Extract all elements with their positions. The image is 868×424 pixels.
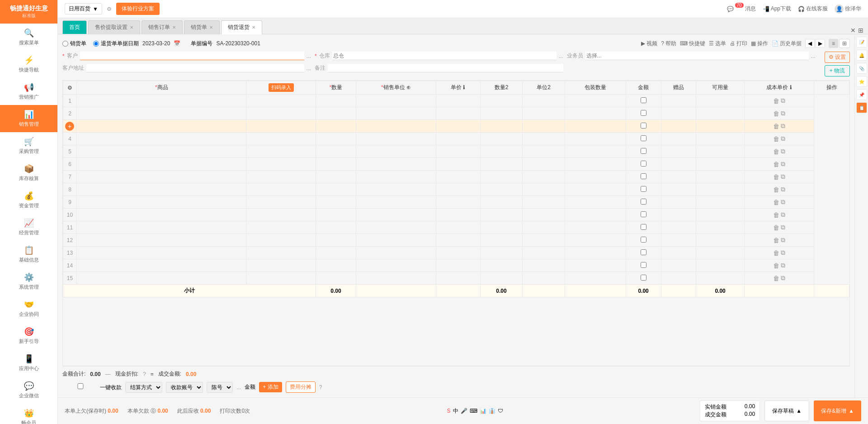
quantity-cell[interactable] [246,158,316,171]
available-cell[interactable] [661,247,696,259]
pkg-qty-cell[interactable] [523,95,565,107]
gift-cell[interactable] [626,196,661,209]
delete-row-btn[interactable]: 🗑 [773,122,779,130]
amount-cell[interactable] [565,158,626,171]
cost-price-cell[interactable] [696,196,744,209]
product-cell[interactable] [77,145,246,158]
customer-dots[interactable]: ... [307,53,311,59]
quantity-cell[interactable] [246,196,316,209]
available-cell[interactable] [661,209,696,221]
qty2-cell[interactable] [436,120,481,133]
gift-checkbox[interactable] [641,173,646,179]
product-cell[interactable] [77,133,246,145]
qty2-cell[interactable] [436,234,481,247]
logistics-btn[interactable]: + 物流 [825,65,850,76]
unit-cell[interactable] [316,259,356,272]
close-window-icon[interactable]: ✕ [850,27,856,34]
cost-price-cell[interactable] [696,158,744,171]
tab-home[interactable]: 首页 [62,20,87,34]
qty2-cell[interactable] [436,209,481,221]
cost-price-cell[interactable] [696,133,744,145]
pkg-qty-cell[interactable] [523,221,565,234]
cost-price-cell[interactable] [696,209,744,221]
pkg-qty-cell[interactable] [523,247,565,259]
save-new-btn[interactable]: 保存&新增 ▲ [814,400,861,421]
gift-checkbox[interactable] [641,199,646,205]
close-tab-icon[interactable]: ✕ [209,25,213,30]
gift-checkbox[interactable] [641,262,646,268]
copy-row-btn[interactable]: ⧉ [781,224,785,231]
grid-view-btn[interactable]: ⊞ [839,39,850,48]
sidebar-item-appstore[interactable]: 📱 应用中心 [0,349,57,376]
amount-cell[interactable] [565,145,626,158]
gift-checkbox[interactable] [641,237,646,243]
unit2-cell[interactable] [480,145,523,158]
copy-row-btn[interactable]: ⧉ [781,211,785,219]
qty2-cell[interactable] [436,95,481,107]
add-row-btn[interactable]: + [65,122,74,131]
sidebar-item-finance[interactable]: 💰 资金管理 [0,186,57,214]
delete-row-btn[interactable]: 🗑 [773,236,779,244]
unit-price-cell[interactable] [356,171,436,183]
qty2-cell[interactable] [436,247,481,259]
close-tab-icon[interactable]: ✕ [172,25,176,30]
pkg-qty-cell[interactable] [523,145,565,158]
copy-row-btn[interactable]: ⧉ [781,262,785,269]
pkg-qty-cell[interactable] [523,171,565,183]
unit-price-cell[interactable] [356,145,436,158]
warehouse-dots[interactable]: ... [559,53,563,59]
cost-price-cell[interactable] [696,272,744,285]
product-cell[interactable] [77,158,246,171]
product-cell[interactable] [77,120,246,133]
unit2-cell[interactable] [480,95,523,107]
gift-cell[interactable] [626,107,661,120]
unit-cell[interactable] [316,107,356,120]
sidebar-item-system[interactable]: ⚙️ 系统管理 [0,268,57,295]
settings-action-btn[interactable]: ⚙ 设置 [825,52,850,63]
unit-price-cell[interactable] [356,221,436,234]
unit-price-cell[interactable] [356,158,436,171]
unit-cell[interactable] [316,171,356,183]
available-cell[interactable] [661,107,696,120]
copy-row-btn[interactable]: ⧉ [781,236,785,244]
account-no-select[interactable]: 陈号 [207,382,233,393]
sidebar-item-newbie[interactable]: 🎯 新手引导 [0,322,57,349]
rp-item-active[interactable]: 📋 [856,102,867,113]
user-info[interactable]: 👤 徐泽华 [835,5,861,14]
delete-row-btn[interactable]: 🗑 [773,186,779,193]
sidebar-item-search[interactable]: 🔍 搜索菜单 [0,24,57,51]
gift-cell[interactable] [626,209,661,221]
select-btn[interactable]: ☰ 选单 [709,40,726,48]
delete-row-btn[interactable]: 🗑 [773,224,779,231]
copy-row-btn[interactable]: ⧉ [781,110,785,117]
unit-cell[interactable] [316,120,356,133]
pkg-qty-cell[interactable] [523,234,565,247]
sidebar-item-marketing[interactable]: 📢 营销推广 [0,78,57,105]
rp-item-3[interactable]: 📎 [856,63,867,74]
gift-cell[interactable] [626,259,661,272]
add-payment-btn[interactable]: + 添加 [259,382,282,392]
address-input[interactable] [86,64,304,72]
qty2-cell[interactable] [436,196,481,209]
tab-returns[interactable]: 销货退货 ✕ [221,20,262,34]
sidebar-item-sales[interactable]: 📊 销售管理 [0,105,57,132]
sidebar-item-shortcut[interactable]: ⚡ 快捷导航 [0,51,57,78]
product-cell[interactable] [77,209,246,221]
gift-checkbox[interactable] [641,224,646,230]
amount-cell[interactable] [565,95,626,107]
category-select[interactable]: 日用百货 ▼ [65,3,102,14]
copy-row-btn[interactable]: ⧉ [781,249,785,257]
unit-price-cell[interactable] [356,272,436,285]
qty2-cell[interactable] [436,107,481,120]
amount-cell[interactable] [565,120,626,133]
unit-price-cell[interactable] [356,95,436,107]
rp-item-4[interactable]: ⭐ [856,76,867,87]
tab-sales-order[interactable]: 销售订单 ✕ [142,20,183,34]
available-cell[interactable] [661,221,696,234]
quantity-cell[interactable] [246,234,316,247]
unit-cell[interactable] [316,95,356,107]
pkg-qty-cell[interactable] [523,183,565,196]
copy-row-btn[interactable]: ⧉ [781,122,785,130]
product-cell[interactable] [77,234,246,247]
amount-cell[interactable] [565,272,626,285]
